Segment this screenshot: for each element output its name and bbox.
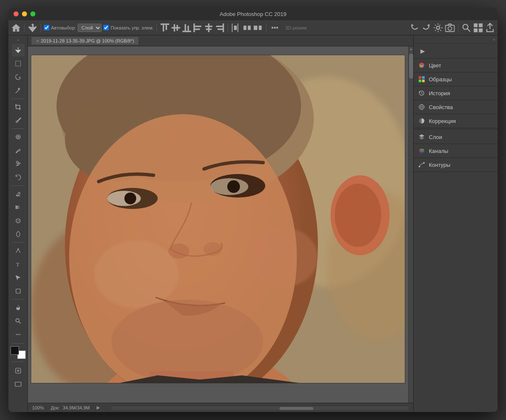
scroll-up-arrow[interactable]: ▲ — [409, 46, 413, 52]
nav-arrow[interactable]: ▶ — [97, 405, 100, 410]
align-bottom-icon[interactable] — [182, 23, 192, 33]
foreground-color-swatch[interactable] — [11, 346, 19, 355]
toolbar-sep-6 — [458, 24, 458, 32]
paths-panel-item[interactable]: Контуры — [414, 158, 498, 172]
arrange-panels-icon[interactable] — [473, 23, 483, 33]
align-vcenter-icon[interactable] — [171, 23, 181, 33]
svg-point-51 — [17, 220, 19, 222]
home-icon[interactable] — [11, 23, 21, 33]
svg-rect-18 — [232, 23, 233, 32]
search-icon[interactable] — [461, 23, 471, 33]
history-brush-tool[interactable] — [12, 171, 24, 184]
minimize-button[interactable] — [22, 11, 27, 16]
tool-separator-6 — [12, 343, 24, 344]
eyedropper-tool[interactable] — [12, 114, 24, 127]
svg-rect-35 — [479, 28, 483, 32]
threed-label: 3D-режим — [285, 25, 307, 30]
scroll-thumb-h[interactable] — [280, 407, 313, 410]
align-left-icon[interactable] — [193, 23, 203, 33]
clone-stamp-tool[interactable] — [12, 158, 24, 170]
eraser-tool[interactable] — [12, 187, 24, 200]
toolbar-sep-4 — [228, 24, 228, 32]
shape-tool[interactable] — [12, 285, 24, 297]
horizontal-scrollbar[interactable] — [111, 406, 409, 410]
svg-rect-2 — [166, 25, 167, 30]
zoom-tool[interactable] — [12, 315, 24, 327]
tab-bar: ✕ 2019-11-28 13-35-39.JPG @ 100% (RGB/8*… — [28, 35, 413, 46]
layers-panel-icon — [418, 133, 425, 141]
zoom-level: 100% — [32, 405, 44, 410]
show-transform-checkbox[interactable]: Показать упр. элем. — [103, 25, 153, 30]
window-title: Adobe Photoshop CC 2019 — [220, 11, 286, 17]
main-area: » — [8, 35, 498, 412]
titlebar: Adobe Photoshop CC 2019 — [8, 8, 498, 20]
healing-brush-tool[interactable] — [12, 131, 24, 143]
svg-line-37 — [16, 90, 19, 93]
canvas-wrapper — [28, 46, 408, 403]
quick-mask-icon[interactable] — [12, 364, 24, 377]
align-right-icon[interactable] — [215, 23, 225, 33]
path-selection-tool[interactable] — [12, 271, 24, 284]
dist-center-icon[interactable] — [242, 23, 252, 33]
toolbar-sep-1 — [24, 24, 24, 32]
camera-icon[interactable] — [445, 23, 455, 33]
more-tools-icon[interactable] — [12, 328, 24, 341]
tab-close-icon[interactable]: ✕ — [36, 39, 39, 43]
left-toolbar-collapse[interactable]: » — [16, 37, 20, 43]
show-transform-input[interactable] — [103, 25, 109, 30]
svg-marker-25 — [412, 24, 414, 27]
svg-rect-5 — [177, 25, 178, 31]
screen-mode-icon[interactable] — [12, 378, 24, 391]
dodge-tool[interactable] — [12, 228, 24, 241]
toolbar-right-group — [409, 23, 495, 33]
tool-separator-4 — [12, 242, 24, 243]
color-swatches[interactable] — [11, 346, 26, 359]
panel-collapse-btn[interactable]: » — [493, 37, 495, 42]
channels-panel-item[interactable]: Каналы — [414, 144, 498, 158]
autoselect-checkbox[interactable]: Автовыбор: — [44, 25, 76, 30]
correction-panel-item[interactable]: Коррекция — [414, 114, 498, 128]
crop-tool[interactable] — [12, 101, 24, 113]
color-panel-item[interactable]: Цвет — [414, 59, 498, 72]
history-panel-item[interactable]: История — [414, 86, 498, 100]
move-tool[interactable] — [12, 44, 24, 56]
move-tool-icon[interactable] — [27, 23, 38, 33]
swatches-panel-item[interactable]: Образцы — [414, 72, 498, 86]
play-button[interactable]: ▶ — [418, 46, 427, 56]
more-options-icon[interactable]: ••• — [269, 24, 280, 32]
canvas-image[interactable] — [31, 55, 405, 383]
autoselect-input[interactable] — [44, 25, 49, 30]
rect-select-tool[interactable] — [12, 57, 24, 70]
lasso-tool[interactable] — [12, 71, 24, 83]
layer-dropdown[interactable]: Слой — [78, 24, 102, 32]
dist-right-icon[interactable] — [253, 23, 263, 33]
hand-tool[interactable] — [12, 301, 24, 314]
brush-tool[interactable] — [12, 144, 24, 157]
properties-panel-item[interactable]: Свойства — [414, 100, 498, 114]
text-tool[interactable]: T — [12, 258, 24, 270]
panel-collapse-row: » — [414, 35, 498, 44]
rotate-cw-icon[interactable] — [421, 23, 431, 33]
settings-icon[interactable] — [433, 23, 443, 33]
align-icons-group — [160, 23, 225, 33]
close-button[interactable] — [13, 11, 19, 16]
align-hcenter-icon[interactable] — [204, 23, 214, 33]
channels-panel-icon — [418, 147, 425, 155]
layers-panel-item[interactable]: Слои — [414, 130, 498, 144]
svg-point-50 — [16, 219, 20, 223]
magic-wand-tool[interactable] — [12, 84, 24, 97]
align-top-icon[interactable] — [160, 23, 170, 33]
paths-panel-icon — [418, 161, 425, 169]
rotate-ccw-icon[interactable] — [409, 23, 420, 33]
pen-tool[interactable] — [12, 244, 24, 257]
share-icon[interactable] — [485, 23, 495, 33]
svg-rect-1 — [163, 25, 164, 31]
svg-rect-6 — [183, 30, 191, 32]
maximize-button[interactable] — [30, 11, 35, 16]
gradient-tool[interactable] — [12, 201, 24, 214]
blur-tool[interactable] — [12, 214, 24, 227]
document-tab[interactable]: ✕ 2019-11-28 13-35-39.JPG @ 100% (RGB/8*… — [31, 37, 139, 45]
scroll-thumb-v[interactable] — [409, 54, 413, 79]
vertical-scrollbar[interactable]: ▲ — [408, 46, 413, 403]
dist-left-icon[interactable] — [231, 23, 241, 33]
